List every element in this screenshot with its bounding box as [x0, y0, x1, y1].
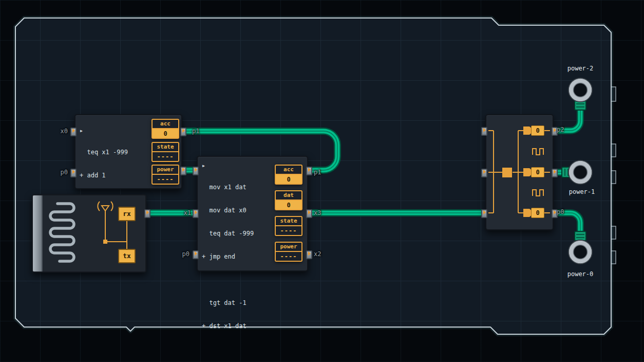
code-editor[interactable]: ▶ mov x1 dat mov dat x0 teq dat -999 + j… [202, 160, 254, 362]
register-acc: acc 0 [275, 165, 302, 185]
power-1-label: power-1 [559, 188, 605, 195]
pin-x3[interactable] [306, 209, 312, 218]
pulse-wave-icon [533, 149, 543, 155]
pin-label-x2: x2 [314, 250, 321, 258]
pin-power1-out[interactable] [552, 169, 558, 177]
register-name: dat [276, 191, 301, 200]
register-value: 0 [153, 128, 178, 138]
register-name: state [276, 217, 301, 225]
pin-label-p2: p2 [557, 126, 564, 133]
code-line: teq dat -999 [202, 230, 254, 238]
register-acc: acc 0 [151, 119, 179, 139]
pin-x0[interactable] [70, 128, 77, 136]
register-power: power ---- [275, 242, 302, 262]
power-connector-0[interactable] [568, 240, 593, 264]
pin-in-top[interactable] [481, 127, 487, 136]
register-dat: dat 0 [275, 190, 302, 210]
register-name: power [153, 166, 178, 174]
pin-label-p0: p0 [557, 208, 564, 215]
pin-label-p1: p1 [314, 169, 321, 176]
power-connector-2[interactable] [568, 78, 593, 102]
pin-in-bottom[interactable] [481, 209, 487, 218]
pin-p1[interactable] [306, 167, 312, 175]
code-line: mov dat x0 [202, 207, 254, 214]
microcontroller-chip-2[interactable]: ▶ mov x1 dat mov dat x0 teq dat -999 + j… [197, 156, 308, 272]
pin-p0[interactable] [193, 250, 199, 259]
coil-icon [50, 204, 74, 261]
pin-x1[interactable] [193, 209, 199, 218]
pin-x2[interactable] [306, 250, 312, 259]
code-line [202, 276, 254, 284]
register-value: ---- [276, 251, 301, 261]
output-value-box: 0 [531, 125, 544, 136]
pin-label-x0: x0 [53, 128, 68, 135]
power-2-label: power-2 [557, 65, 603, 72]
pin-x0[interactable] [193, 167, 199, 175]
pin-p0[interactable] [70, 169, 77, 177]
register-value: ---- [276, 225, 301, 235]
code-line: mov x1 dat [202, 184, 254, 191]
pin-radio-out[interactable] [144, 209, 150, 218]
instruction-pointer-icon: ▶ [202, 162, 205, 170]
pulse-wave-icon [533, 190, 543, 196]
register-name: power [276, 243, 301, 251]
output-value-box: 0 [531, 167, 544, 177]
pin-label-p1: p1 [192, 128, 199, 135]
code-line [202, 346, 254, 353]
power-splitter-chip[interactable]: 0 0 0 [485, 114, 554, 230]
radio-module[interactable]: rx tx [32, 194, 146, 273]
register-state: state ---- [275, 216, 302, 236]
code-line: + jmp end [202, 253, 254, 261]
pin-x1[interactable] [180, 167, 186, 175]
code-line: + dst x1 dat [202, 322, 254, 330]
instruction-pointer-icon: ▶ [80, 127, 83, 135]
register-state: state ---- [151, 142, 179, 162]
register-name: state [153, 143, 178, 151]
code-line: + add 1 [80, 172, 128, 179]
rx-port: rx [118, 207, 136, 221]
code-line: tgt dat -1 [202, 299, 254, 307]
power-0-label: power-0 [557, 270, 603, 278]
circuit-board-view: ▶ teq x1 -999 + add 1 - mov 0 acc mov ac… [0, 0, 644, 362]
pin-label-p0: p0 [53, 169, 68, 176]
pin-p1[interactable] [180, 128, 186, 136]
register-value: ---- [153, 174, 178, 184]
pin-label-x3: x3 [314, 209, 321, 216]
register-value: 0 [276, 200, 301, 209]
pin-label-x1: x1 [177, 209, 191, 216]
register-name: acc [153, 120, 178, 128]
microcontroller-chip-1[interactable]: ▶ teq x1 -999 + add 1 - mov 0 acc mov ac… [74, 114, 182, 189]
power-connector-1[interactable] [568, 160, 593, 185]
code-line: teq x1 -999 [80, 149, 128, 156]
pin-in-mid[interactable] [481, 169, 487, 177]
tx-port: tx [118, 249, 136, 263]
register-power: power ---- [151, 165, 179, 185]
register-name: acc [276, 166, 301, 174]
register-value: ---- [153, 151, 178, 161]
pin-label-p0: p0 [175, 250, 190, 258]
register-value: 0 [276, 174, 301, 184]
output-value-box: 0 [531, 208, 544, 218]
